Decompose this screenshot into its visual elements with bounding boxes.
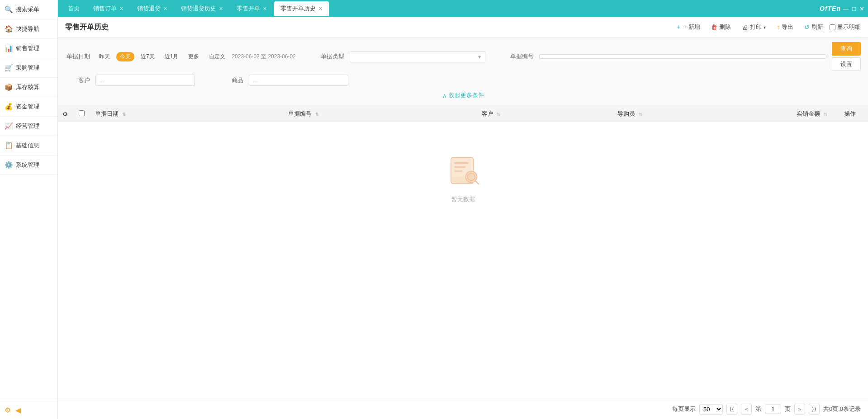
page-next-btn[interactable]: ＞ [794,404,805,414]
per-page-select[interactable]: 50 10 20 100 [699,404,723,414]
print-label: 打印 [750,23,762,31]
page-input[interactable] [765,405,781,414]
brand-label: OfTEn [820,5,841,12]
add-button[interactable]: ＋ + 新增 [671,21,705,33]
show-detail-checkbox[interactable]: 显示明细 [830,23,861,31]
table-checkbox-th[interactable] [74,106,90,122]
show-detail-label: 显示明细 [837,23,861,31]
filter-actions: 查询 设置 [832,42,861,71]
date-option-custom[interactable]: 自定义 [205,52,229,61]
col-amount-sort[interactable]: ⇅ [824,112,827,117]
tab-retail-open-history-close[interactable]: ✕ [318,6,323,12]
export-button[interactable]: ↑ 导出 [772,21,798,33]
delete-label: 删除 [719,23,731,31]
home-icon: 🏠 [5,25,13,33]
col-doc-no-sort[interactable]: ⇅ [315,112,319,117]
filter-row-1: 单据日期 昨天 今天 近7天 近1月 更多 自定义 2023-06-02 至 2… [65,42,861,71]
collapse-sidebar-icon[interactable]: ◀ [15,406,21,414]
empty-state: 暂无数据 [58,122,868,231]
col-doc-no[interactable]: 单据编号 ⇅ [284,106,477,122]
tab-retail-open-history[interactable]: 零售开单历史 ✕ [274,1,329,16]
main-area: 首页 销售订单 ✕ 销货退货 ✕ 销货退货历史 ✕ 零售开单 ✕ 零售开单历史 … [58,0,868,419]
date-range-text: 2023-06-02 至 2023-06-02 [232,53,295,61]
refresh-button[interactable]: ↺ 刷新 [800,21,828,33]
date-option-today[interactable]: 今天 [116,52,134,61]
col-customer-label: 客户 [482,110,493,117]
per-page-label: 每页显示 [672,405,696,413]
col-doc-date-sort[interactable]: ⇅ [122,112,126,117]
tab-sales-return-history-close[interactable]: ✕ [219,6,223,12]
tab-home-label: 首页 [68,5,80,13]
sidebar-search[interactable]: 🔍 搜索采单 [0,0,57,19]
sidebar-bottom: ⚙ ◀ [0,401,57,419]
tab-sales-return[interactable]: 销货退货 ✕ [131,1,174,16]
add-label: + 新增 [683,23,700,31]
svg-rect-5 [454,170,462,172]
sidebar-item-sys-mgmt[interactable]: ⚙️ 系统管理 [0,155,57,175]
table-header-row: ⚙ 单据日期 ⇅ 单据编号 ⇅ [58,106,868,122]
select-all-checkbox[interactable] [79,110,85,116]
sidebar-item-basic-info[interactable]: 📋 基础信息 [0,136,57,155]
col-customer-sort[interactable]: ⇅ [497,112,500,117]
tab-retail-open-close[interactable]: ✕ [263,6,267,12]
window-minimize-icon[interactable]: — [843,5,849,12]
table-settings-icon[interactable]: ⚙ [62,111,68,118]
tab-home[interactable]: 首页 [62,1,86,16]
table-settings-th[interactable]: ⚙ [58,106,74,122]
tab-sales-order-close[interactable]: ✕ [119,6,123,12]
tab-bar: 首页 销售订单 ✕ 销货退货 ✕ 销货退货历史 ✕ 零售开单 ✕ 零售开单历史 … [58,0,868,17]
sidebar-item-quick-nav[interactable]: 🏠 快捷导航 [0,19,57,39]
sidebar-item-inventory[interactable]: 📦 库存核算 [0,78,57,97]
tab-sales-order[interactable]: 销售订单 ✕ [87,1,130,16]
col-salesperson[interactable]: 导购员 ⇅ [613,106,778,122]
query-button[interactable]: 查询 [832,42,861,56]
tab-sales-order-label: 销售订单 [93,5,117,13]
print-button[interactable]: 🖨 打印 ▾ [737,21,770,33]
doc-type-filter-label: 单据类型 [319,52,344,61]
table-container[interactable]: ⚙ 单据日期 ⇅ 单据编号 ⇅ [58,106,868,399]
col-amount[interactable]: 实销金额 ⇅ [778,106,832,122]
date-option-more[interactable]: 更多 [185,52,203,61]
doc-type-dropdown-icon: ▾ [478,53,481,60]
sidebar-item-sales-mgmt[interactable]: 📊 销售管理 [0,39,57,58]
basic-info-icon: 📋 [5,141,13,150]
total-text: 共0页,0条记录 [823,405,861,413]
col-doc-no-label: 单据编号 [288,110,312,117]
tab-sales-return-history[interactable]: 销货退货历史 ✕ [175,1,229,16]
sidebar-item-label: 经营管理 [16,122,39,130]
collapse-up-icon: ∧ [442,92,447,99]
delete-button[interactable]: 🗑 删除 [707,21,735,33]
sales-icon: 📊 [5,44,13,52]
page-first-btn[interactable]: ⟨⟨ [726,404,737,414]
date-option-last1month[interactable]: 近1月 [161,52,182,61]
settings-bottom-icon[interactable]: ⚙ [5,406,11,414]
filter-date-options: 昨天 今天 近7天 近1月 更多 自定义 2023-06-02 至 2023-0… [95,52,296,61]
customer-filter-label: 客户 [65,76,90,85]
goods-input[interactable]: ... [249,75,348,86]
page-last-btn[interactable]: ⟩⟩ [809,404,820,414]
doc-no-input[interactable] [539,54,826,59]
collapse-conditions[interactable]: ∧ 收起更多条件 [65,89,861,101]
date-option-last7days[interactable]: 近7天 [137,52,158,61]
show-detail-input[interactable] [830,24,835,30]
col-doc-date[interactable]: 单据日期 ⇅ [90,106,284,122]
col-customer[interactable]: 客户 ⇅ [477,106,613,122]
window-close-icon[interactable]: ✕ [859,5,864,12]
sidebar-item-operations[interactable]: 📈 经营管理 [0,117,57,136]
page-prev-btn[interactable]: ＜ [741,404,752,414]
sidebar-item-finance[interactable]: 💰 资金管理 [0,97,57,117]
date-option-yesterday[interactable]: 昨天 [95,52,114,61]
add-icon: ＋ [675,23,682,31]
doc-type-select[interactable]: ▾ [350,51,485,62]
window-maximize-icon[interactable]: □ [852,5,856,12]
tab-sales-return-close[interactable]: ✕ [163,6,167,12]
settings-button[interactable]: 设置 [832,57,861,71]
col-amount-label: 实销金额 [797,110,820,117]
print-dropdown-icon[interactable]: ▾ [764,25,766,30]
sidebar-item-purchase-mgmt[interactable]: 🛒 采购管理 [0,58,57,78]
customer-input[interactable]: ... [95,75,195,86]
col-salesperson-sort[interactable]: ⇅ [639,112,642,117]
tab-retail-open[interactable]: 零售开单 ✕ [230,1,273,16]
empty-text: 暂无数据 [451,195,475,203]
toolbar: 零售开单历史 ＋ + 新增 🗑 删除 🖨 打印 ▾ ↑ 导出 ↺ 刷新 [58,17,868,38]
